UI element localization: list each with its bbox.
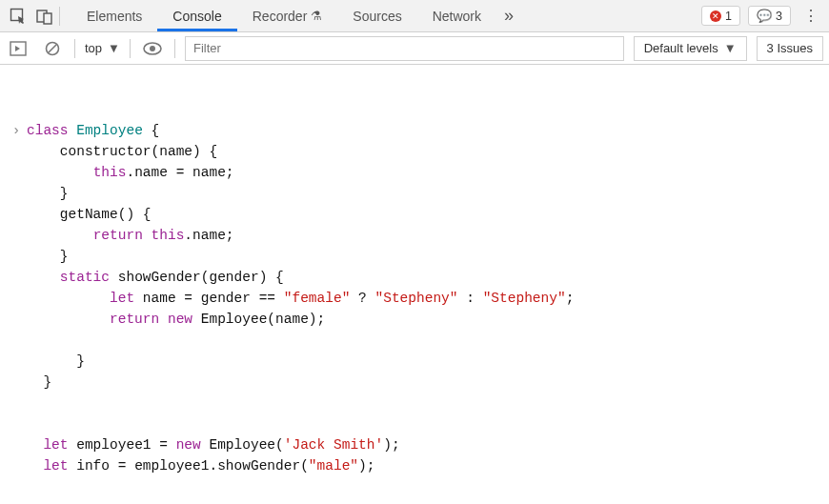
keyword: static [60,270,110,285]
svg-rect-2 [44,13,51,24]
t: ; [566,291,575,306]
string: "male" [309,458,358,474]
chevron-down-icon: ▼ [724,41,737,55]
console-output: › class Employee { constructor(name) { t… [0,65,829,504]
identifier: Employee [76,123,143,138]
inspect-icon[interactable] [6,4,30,29]
tab-console[interactable]: Console [157,0,236,31]
filter-input[interactable] [185,36,624,61]
log-levels-selector[interactable]: Default levels ▼ [634,36,747,61]
tab-label: Sources [353,9,401,24]
t: } [27,374,51,390]
keyword: let [110,291,134,306]
message-count-badge[interactable]: 💬 3 [748,6,791,26]
console-input-row: › class Employee { constructor(name) { t… [6,120,823,476]
t: : [458,291,483,306]
string: "Stepheny" [483,291,566,306]
t: getName() { [27,207,152,222]
expand-icon[interactable]: › [6,120,27,476]
t: .name = name; [126,165,233,180]
t: employee1 = [69,437,176,453]
keyword: let [43,437,68,453]
divider [74,39,75,58]
t: Employee( [201,437,284,453]
tab-label: Elements [87,9,142,24]
tab-elements[interactable]: Elements [71,0,157,31]
message-count: 3 [776,10,782,23]
flask-icon: ⚗ [311,9,322,23]
divider [130,39,131,58]
context-label: top [85,41,102,55]
keyword: return new [110,312,192,327]
t: ? [350,291,374,306]
clear-console-icon[interactable] [40,36,65,61]
t: constructor(name) { [27,144,217,159]
tab-recorder[interactable]: Recorder ⚗ [237,0,338,31]
tab-network[interactable]: Network [417,0,496,31]
t: info = employee1.showGender( [69,458,309,474]
tab-label: Network [433,9,481,24]
settings-icon[interactable]: ⋮ [799,4,823,29]
string: 'Jack Smith' [284,437,383,453]
message-icon: 💬 [757,9,772,23]
code-block: class Employee { constructor(name) { thi… [27,120,823,476]
keyword: this [93,165,127,180]
keyword: return this [93,228,185,243]
tab-sources[interactable]: Sources [337,0,416,31]
console-toolbar: top ▼ Default levels ▼ 3 Issues [0,32,829,65]
device-toggle-icon[interactable] [32,4,57,29]
svg-point-7 [150,46,155,51]
svg-line-5 [49,45,56,52]
levels-label: Default levels [644,41,718,55]
tab-label: Console [172,9,221,24]
issues-button[interactable]: 3 Issues [757,36,823,61]
t [27,270,60,285]
error-count-badge[interactable]: ✕ 1 [701,6,740,26]
issues-label: 3 Issues [767,41,813,55]
sidebar-toggle-icon[interactable] [6,36,30,61]
divider [174,39,175,58]
error-count: 1 [725,10,732,23]
t: name = gender == [134,291,284,306]
error-dot-icon: ✕ [710,10,721,22]
t: } [27,186,69,201]
live-expression-icon[interactable] [140,36,165,61]
keyword: let [43,458,68,474]
divider [59,7,60,26]
t: { [143,123,159,138]
t: } [27,249,69,264]
t [27,437,43,453]
keyword: class [27,123,69,138]
keyword: new [176,437,201,453]
string: "Stepheny" [375,291,458,306]
more-tabs-icon[interactable]: » [496,0,521,31]
t [27,291,110,306]
t [27,228,93,243]
t [27,312,110,327]
tab-label: Recorder [253,9,308,24]
t: } [27,353,85,369]
t [69,123,77,138]
context-selector[interactable]: top ▼ [85,41,120,55]
status-badges: ✕ 1 💬 3 [701,6,791,26]
t: ); [358,458,374,474]
t [27,458,43,474]
t: ); [383,437,399,453]
devtools-tabbar: Elements Console Recorder ⚗ Sources Netw… [0,0,829,32]
t: showGender(gender) { [110,270,284,285]
panel-tabs: Elements Console Recorder ⚗ Sources Netw… [71,0,521,31]
string: "female" [284,291,351,306]
t [27,165,93,180]
chevron-down-icon: ▼ [108,41,120,55]
t: Employee(name); [192,312,325,327]
t: .name; [184,228,233,243]
